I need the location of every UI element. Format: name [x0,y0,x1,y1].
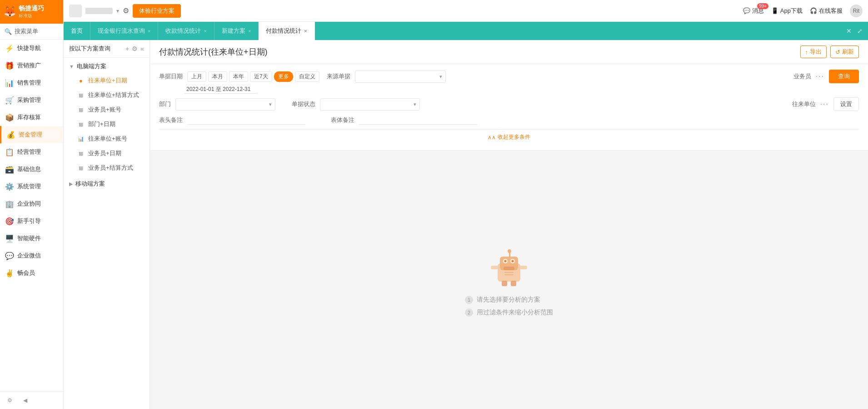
scheme-item-0[interactable]: ● 往来单位+日期 [64,73,150,88]
page-header: 付款情况统计(往来单位+日期) ↑ 导出 ↺ 刷新 [150,40,868,64]
filter-area: 单据日期 上月 本月 本年 近7天 更多 自定义 来源单据 [150,64,868,151]
scheme-section-desktop-header[interactable]: ▼ 电脑端方案 [64,60,150,73]
dept-select[interactable] [175,98,275,111]
topbar-settings-icon[interactable]: ⚙ [123,6,129,15]
scheme-item-4[interactable]: 📊 往来单位+账号 [64,131,150,146]
scheme-section-mobile[interactable]: ▶ 移动端方案 [64,177,150,191]
counterpart-dots-btn[interactable]: ··· [820,100,829,108]
scheme-panel: 按以下方案查询 + ⚙ « ▼ 电脑端方案 ● 往来单位+日期 ▦ [64,40,150,409]
tab-close-all[interactable]: ✕ [844,25,853,36]
tab-new-plan[interactable]: 新建方案 × [215,22,259,40]
msg-badge: 99+ [757,3,768,9]
scheme-settings-btn[interactable]: ⚙ [132,45,138,52]
sidebar-item-wechat[interactable]: 💬 企业微信 [0,247,63,264]
sidebar-item-quick-nav[interactable]: ⚡ 快捷导航 [0,40,63,57]
tab-new-plan-close[interactable]: × [248,28,251,34]
sidebar: 🦊 畅捷通巧 标准版 🔍 搜索菜单 ⚡ 快捷导航 🎁 营销推广 📊 销售管理 🛒… [0,0,64,409]
search-menu[interactable]: 🔍 搜索菜单 [0,24,63,40]
topbar: ▾ ⚙ 体验行业方案 💬 消息 99+ 📱 App下载 🎧 在线客服 Rit [64,0,868,22]
tab-receipts-close[interactable]: × [204,28,206,34]
sidebar-logo: 🦊 畅捷通巧 标准版 [0,0,63,24]
search-label: 搜索菜单 [15,27,38,35]
sidebar-item-capital[interactable]: 💰 资金管理 [0,126,63,143]
sidebar-item-label: 销售管理 [17,79,41,87]
body-note-label: 表体备注 [331,116,354,124]
staff-dots-btn[interactable]: ··· [816,72,824,81]
date-btns: 上月 本月 本年 近7天 更多 自定义 [187,71,319,82]
sidebar-item-member[interactable]: ✌ 畅会员 [0,264,63,282]
tab-payments-close[interactable]: × [304,28,307,34]
scheme-item-6[interactable]: ▦ 业务员+结算方式 [64,161,150,175]
query-btn[interactable]: 查询 [829,70,859,83]
refresh-btn[interactable]: ↺ 刷新 [830,45,859,58]
scheme-collapse-btn[interactable]: « [140,45,144,52]
scheme-item-icon: ▦ [77,164,85,172]
scheme-header-icons: + ⚙ « [125,45,144,52]
settings-bottom-btn[interactable]: ⚙ [4,395,16,405]
collapse-sidebar-btn[interactable]: ◀ [20,395,31,405]
collapse-btn[interactable]: ∧∧ 收起更多条件 [159,129,859,145]
scheme-item-5[interactable]: ▦ 业务员+日期 [64,146,150,161]
sidebar-item-operation[interactable]: 📋 经营管理 [0,143,63,161]
scheme-item-radio-icon: ● [77,77,85,84]
topbar-service[interactable]: 🎧 在线客服 [810,7,843,15]
sidebar-item-sales[interactable]: 📊 销售管理 [0,74,63,91]
sidebar-item-system[interactable]: ⚙️ 系统管理 [0,178,63,195]
settings-btn[interactable]: 设置 [833,97,859,111]
robot-illustration [482,243,536,288]
doc-status-label: 单据状态 [292,100,315,108]
page-actions: ↑ 导出 ↺ 刷新 [800,45,859,58]
dept-label: 部门 [159,100,171,108]
topbar-right: 💬 消息 99+ 📱 App下载 🎧 在线客服 Rit [743,5,863,17]
body-note-input[interactable] [359,116,477,125]
refresh-icon: ↺ [835,49,840,56]
sidebar-item-hardware[interactable]: 🖥️ 智能硬件 [0,230,63,247]
trial-btn[interactable]: 体验行业方案 [133,4,181,18]
date-btn-this-year[interactable]: 本年 [229,71,248,82]
hardware-icon: 🖥️ [5,234,14,242]
date-btn-7days[interactable]: 近7天 [250,71,272,82]
tabbar: 首页 现金银行流水查询 × 收款情况统计 × 新建方案 × 付款情况统计 × ✕… [64,22,868,40]
scheme-item-3[interactable]: ▦ 部门+日期 [64,117,150,131]
sidebar-item-guide[interactable]: 🎯 新手引导 [0,212,63,230]
bank-tab-label: 现金银行流水查询 [98,27,145,35]
right-panel: 付款情况统计(往来单位+日期) ↑ 导出 ↺ 刷新 单 [150,40,868,409]
refresh-label: 刷新 [842,48,854,56]
date-btn-more[interactable]: 更多 [274,71,293,82]
header-note-input[interactable] [187,116,305,125]
sidebar-item-label: 资金管理 [19,131,42,139]
scheme-item-label: 往来单位+账号 [88,135,127,143]
guide-icon: 🎯 [5,217,14,225]
doc-status-select[interactable] [320,98,420,111]
topbar-arrow-icon[interactable]: ▾ [116,8,119,14]
sidebar-item-basic[interactable]: 🗃️ 基础信息 [0,161,63,178]
date-range-input[interactable] [185,85,257,94]
scheme-item-1[interactable]: ▦ 往来单位+结算方式 [64,88,150,102]
body-note-group: 表体备注 [331,116,477,125]
sidebar-item-marketing[interactable]: 🎁 营销推广 [0,57,63,74]
export-btn[interactable]: ↑ 导出 [800,45,827,58]
tab-bank-close[interactable]: × [148,28,150,34]
svg-rect-6 [504,267,514,270]
date-btn-last-month[interactable]: 上月 [187,71,206,82]
tabbar-right: ✕ ⤢ [841,22,868,40]
capital-icon: 💰 [7,131,15,139]
topbar-app[interactable]: 📱 App下载 [771,7,803,15]
sidebar-item-enterprise[interactable]: 🏢 企业协同 [0,195,63,212]
tab-home[interactable]: 首页 [64,22,90,40]
scheme-item-2[interactable]: ▦ 业务员+账号 [64,102,150,117]
dept-select-wrapper: ▾ [175,98,275,111]
tab-receipts[interactable]: 收款情况统计 × [158,22,214,40]
date-btn-custom[interactable]: 自定义 [295,71,319,82]
scheme-item-icon: ▦ [77,150,85,157]
sidebar-item-inventory[interactable]: 📦 库存核算 [0,109,63,126]
tab-expand[interactable]: ⤢ [855,25,864,36]
tab-bank[interactable]: 现金银行流水查询 × [90,22,158,40]
sidebar-item-purchase[interactable]: 🛒 采购管理 [0,91,63,109]
source-select[interactable] [355,71,446,83]
topbar-msg[interactable]: 💬 消息 99+ [743,7,764,15]
scheme-add-btn[interactable]: + [125,45,129,52]
topbar-user[interactable]: Rit [850,5,863,17]
tab-payments[interactable]: 付款情况统计 × [259,22,314,40]
date-btn-this-month[interactable]: 本月 [208,71,227,82]
